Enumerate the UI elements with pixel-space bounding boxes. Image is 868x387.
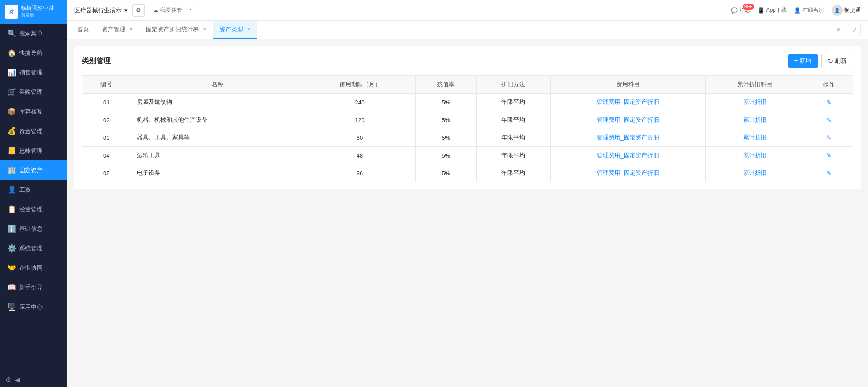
main-area: 医疗器械行业演示 ▾ ⚙ ☁ 我要体验一下 💬 消息 99+ 📱 App下载 (67, 0, 868, 387)
edit-icon[interactable]: ✎ (826, 116, 832, 124)
app-download-button[interactable]: 📱 App下载 (758, 6, 787, 14)
sidebar-item-label: 新手引导 (19, 283, 43, 292)
tab-home-label: 首页 (77, 25, 89, 34)
cell-edit[interactable]: ✎ (804, 129, 853, 147)
edit-icon[interactable]: ✎ (826, 134, 832, 141)
col-name: 名称 (131, 76, 304, 94)
cloud-icon: ☁ (153, 7, 159, 14)
cell-edit[interactable]: ✎ (804, 94, 853, 111)
collapse-sidebar-button[interactable]: ◀ (15, 376, 20, 383)
cell-expense: 管理费用_固定资产折旧 (551, 164, 706, 182)
cell-method: 年限平均 (476, 129, 550, 147)
sidebar-item-label: 工资 (19, 186, 31, 194)
cell-code: 02 (82, 111, 131, 129)
sidebar-item-label: 资金管理 (19, 127, 43, 135)
sidebar-item-system[interactable]: ⚙️ 系统管理 (0, 238, 67, 258)
cell-accumulated: 累计折旧 (706, 94, 804, 111)
top-header: 医疗器械行业演示 ▾ ⚙ ☁ 我要体验一下 💬 消息 99+ 📱 App下载 (67, 0, 868, 21)
cell-expense: 管理费用_固定资产折旧 (551, 111, 706, 129)
tab-asset-mgmt-close[interactable]: ✕ (129, 26, 133, 32)
sidebar-item-fixed-assets[interactable]: 🏢 固定资产 (0, 160, 67, 180)
table-row: 05 电子设备 36 5% 年限平均 管理费用_固定资产折旧 累计折旧 ✎ (82, 164, 853, 182)
cell-expense: 管理费用_固定资产折旧 (551, 94, 706, 111)
sidebar-item-label: 总账管理 (19, 147, 43, 155)
cell-name: 房屋及建筑物 (131, 94, 304, 111)
cell-code: 05 (82, 164, 131, 182)
refresh-icon: ↻ (828, 58, 833, 64)
sidebar-item-sales[interactable]: 📊 销售管理 (0, 63, 67, 82)
guide-icon: 📖 (7, 283, 15, 292)
company-name: 医疗器械行业演示 (74, 6, 122, 15)
sidebar-item-ledger[interactable]: 📒 总账管理 (0, 141, 67, 160)
new-button[interactable]: + 新增 (788, 54, 818, 68)
sidebar-item-payroll[interactable]: 👤 工资 (0, 180, 67, 199)
cell-code: 03 (82, 129, 131, 147)
tab-home[interactable]: 首页 (71, 21, 95, 39)
experience-button[interactable]: ☁ 我要体验一下 (149, 5, 197, 16)
tab-asset-type-close[interactable]: ✕ (247, 26, 251, 32)
col-residual: 残值率 (415, 76, 476, 94)
tab-depreciation-table[interactable]: 固定资产折旧统计表 ✕ (139, 21, 213, 39)
cell-accumulated: 累计折旧 (706, 129, 804, 147)
table-row: 01 房屋及建筑物 240 5% 年限平均 管理费用_固定资产折旧 累计折旧 ✎ (82, 94, 853, 111)
user-avatar: 👤 (832, 5, 843, 16)
tab-asset-mgmt[interactable]: 资产管理 ✕ (95, 21, 139, 39)
cell-residual: 5% (415, 147, 476, 164)
message-icon: 💬 (731, 7, 738, 14)
cell-period: 60 (304, 129, 416, 147)
sidebar-item-enterprise[interactable]: 🤝 企业协同 (0, 258, 67, 278)
tab-asset-type[interactable]: 资产类型 ✕ (213, 21, 257, 39)
cell-edit[interactable]: ✎ (804, 111, 853, 129)
cell-residual: 5% (415, 111, 476, 129)
fullscreen-button[interactable]: ⤢ (848, 24, 861, 36)
top-header-right: 💬 消息 99+ 📱 App下载 👤 在线客服 👤 畅捷通 (731, 5, 861, 16)
online-service-button[interactable]: 👤 在线客服 (794, 6, 824, 14)
user-info[interactable]: 👤 畅捷通 (832, 5, 861, 16)
sidebar-scroll: 🔍 搜索菜单 🏠 快捷导航 📊 销售管理 🛒 采购管理 📦 库存核算 💰 资金管… (0, 24, 67, 372)
settings-button[interactable]: ⚙ (132, 4, 145, 17)
cell-edit[interactable]: ✎ (804, 164, 853, 182)
cell-accumulated: 累计折旧 (706, 164, 804, 182)
fixed-assets-icon: 🏢 (7, 166, 15, 174)
edit-icon[interactable]: ✎ (826, 99, 832, 106)
cell-residual: 5% (415, 94, 476, 111)
sidebar-item-app-center[interactable]: 🖥️ 应用中心 (0, 297, 67, 317)
settings-footer-button[interactable]: ⚙ (5, 376, 11, 383)
sidebar-item-capital[interactable]: 💰 资金管理 (0, 121, 67, 141)
cell-expense: 管理费用_固定资产折旧 (551, 129, 706, 147)
system-icon: ⚙️ (7, 244, 15, 253)
page-title: 类别管理 (82, 56, 111, 66)
sidebar-item-basic-info[interactable]: ℹ️ 基础信息 (0, 219, 67, 238)
col-period: 使用期限（月） (304, 76, 416, 94)
sidebar-item-management[interactable]: 📋 经营管理 (0, 199, 67, 219)
sidebar-item-guide[interactable]: 📖 新手引导 (0, 278, 67, 297)
sidebar-item-quick-nav[interactable]: 🏠 快捷导航 (0, 43, 67, 63)
top-header-left: 医疗器械行业演示 ▾ ⚙ ☁ 我要体验一下 (74, 4, 197, 17)
cell-method: 年限平均 (476, 111, 550, 129)
sidebar-logo: 财 畅捷通好业财 普及版 (0, 0, 67, 24)
edit-icon[interactable]: ✎ (826, 152, 832, 159)
col-action: 操作 (804, 76, 853, 94)
message-button[interactable]: 💬 消息 99+ (731, 6, 750, 14)
management-icon: 📋 (7, 205, 15, 213)
capital-icon: 💰 (7, 127, 15, 135)
sidebar-item-search[interactable]: 🔍 搜索菜单 (0, 24, 67, 43)
cell-residual: 5% (415, 164, 476, 182)
sidebar-item-inventory[interactable]: 📦 库存核算 (0, 102, 67, 121)
col-accumulated: 累计折旧科目 (706, 76, 804, 94)
company-selector[interactable]: 医疗器械行业演示 ▾ (74, 6, 128, 15)
cell-edit[interactable]: ✎ (804, 147, 853, 164)
close-tab-button[interactable]: ✕ (832, 24, 844, 36)
sidebar-footer: ⚙ ◀ (0, 372, 67, 387)
refresh-button[interactable]: ↻ 刷新 (821, 54, 853, 68)
cell-accumulated: 累计折旧 (706, 147, 804, 164)
purchase-icon: 🛒 (7, 88, 15, 96)
cell-method: 年限平均 (476, 164, 550, 182)
ledger-icon: 📒 (7, 146, 15, 155)
edit-icon[interactable]: ✎ (826, 169, 832, 177)
username: 畅捷通 (844, 6, 861, 14)
table-header-row: 编号 名称 使用期限（月） 残值率 折旧方法 费用科目 累计折旧科目 操作 (82, 76, 853, 94)
tab-depreciation-close[interactable]: ✕ (203, 26, 207, 32)
sidebar-item-label: 固定资产 (19, 166, 43, 174)
sidebar-item-purchase[interactable]: 🛒 采购管理 (0, 82, 67, 102)
